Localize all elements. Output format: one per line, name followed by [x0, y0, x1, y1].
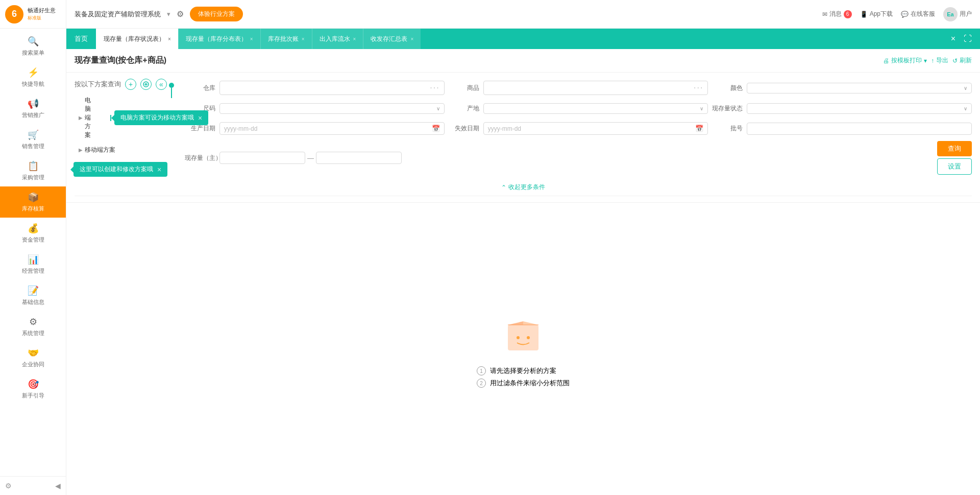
tab-close-btn[interactable]: × [250, 36, 253, 42]
online-service-btn[interactable]: 💬 在线客服 [901, 10, 935, 18]
page-header: 现存量查询(按仓库+商品) 🖨 按模板打印 ▾ ↑ 导出 ↺ 刷新 [66, 49, 980, 73]
empty-box-svg [498, 307, 549, 358]
refresh-btn[interactable]: ↺ 刷新 [952, 56, 972, 65]
header-settings-btn[interactable]: ⚙ [177, 9, 184, 19]
sidebar-item-guide[interactable]: 🎯 新手引导 [0, 373, 66, 405]
color-field: 颜色 ∨ [712, 81, 972, 95]
settings-bottom-btn[interactable]: ⚙ [5, 482, 12, 490]
close-all-tabs-btn[interactable]: × [947, 34, 960, 43]
goods-dots[interactable]: ··· [694, 83, 703, 92]
tooltip2-text: 这里可以创建和修改方案哦 [80, 165, 153, 174]
tab-inventory-dist[interactable]: 现存量（库存分布表） × [178, 29, 260, 49]
size-select[interactable]: ∨ [219, 103, 445, 114]
warehouse-input[interactable]: ··· [219, 81, 445, 95]
tab-inventory-status[interactable]: 现存量（库存状况表） × [96, 29, 178, 49]
service-icon: 💬 [901, 11, 909, 18]
app-download-btn[interactable]: 📱 App下载 [860, 10, 893, 18]
tab-summary[interactable]: 收发存汇总表 × [363, 29, 421, 49]
user-area[interactable]: Ea 用户 [943, 7, 972, 21]
desktop-scheme-item[interactable]: ▶ 电脑端方案 [75, 94, 95, 142]
sidebar-logo: 6 畅通好生意 标准版 [0, 0, 66, 29]
mobile-scheme-arrow: ▶ [79, 147, 83, 153]
sidebar-item-purchase[interactable]: 📋 采购管理 [0, 155, 66, 186]
goods-input[interactable]: ··· [483, 81, 708, 95]
app-download-label: App下载 [870, 10, 893, 18]
print-dropdown-arrow[interactable]: ▾ [924, 57, 927, 64]
sidebar-item-search[interactable]: 🔍 搜索菜单 [0, 31, 66, 62]
sidebar-nav: 🔍 搜索菜单 ⚡ 快捷导航 📢 营销推广 🛒 销售管理 📋 采购管理 📦 库存核… [0, 29, 66, 476]
guide-icon: 🎯 [28, 379, 39, 390]
color-label: 颜色 [712, 84, 743, 92]
notification-btn[interactable]: ✉ 消息 6 [822, 10, 852, 18]
filter-arrow-btn[interactable]: « [156, 79, 167, 90]
prod-date-label: 生产日期 [185, 124, 215, 133]
sidebar-item-management[interactable]: 📊 经营管理 [0, 249, 66, 280]
avatar: Ea [943, 7, 958, 21]
expire-date-calendar-icon[interactable]: 📅 [695, 125, 703, 132]
sidebar-item-finance[interactable]: 💰 资金管理 [0, 218, 66, 249]
warehouse-label: 仓库 [185, 84, 215, 92]
prod-date-calendar-icon[interactable]: 📅 [432, 125, 440, 132]
sidebar-item-inventory[interactable]: 📦 库存核算 [0, 186, 66, 218]
collapse-btn[interactable]: ⌃ 收起更多条件 [501, 183, 545, 192]
prod-date-input[interactable]: yyyy-mm-dd 📅 [219, 122, 445, 135]
tab-inout-flow[interactable]: 出入库流水 × [312, 29, 363, 49]
tab-batch-account[interactable]: 库存批次账 × [260, 29, 312, 49]
tab-close-btn[interactable]: × [302, 36, 305, 42]
filter-top-row: 按以下方案查询 + « [75, 79, 177, 90]
tab-close-btn[interactable]: × [410, 36, 413, 42]
sidebar-item-label: 销售管理 [22, 143, 44, 150]
export-btn[interactable]: ↑ 导出 [931, 56, 948, 65]
sidebar-item-basic[interactable]: 📝 基础信息 [0, 280, 66, 311]
desktop-scheme-arrow: ▶ [79, 115, 83, 121]
online-service-label: 在线客服 [911, 10, 935, 18]
stock-main-to-input[interactable] [316, 152, 402, 164]
sidebar-item-system[interactable]: ⚙ 系统管理 [0, 311, 66, 342]
fullscreen-btn[interactable]: ⛶ [960, 34, 976, 43]
mobile-scheme-item[interactable]: ▶ 移动端方案 [75, 144, 136, 156]
tab-close-btn[interactable]: × [353, 36, 356, 42]
collapse-sidebar-btn[interactable]: ◀ [55, 482, 61, 490]
prod-date-placeholder: yyyy-mm-dd [224, 125, 257, 132]
sidebar-item-collab[interactable]: 🤝 企业协同 [0, 342, 66, 373]
expire-date-input[interactable]: yyyy-mm-dd 📅 [483, 122, 708, 135]
tab-home[interactable]: 首页 [66, 29, 96, 49]
tab-close-btn[interactable]: × [168, 36, 171, 42]
print-btn[interactable]: 🖨 按模板打印 ▾ [883, 56, 927, 65]
batch-input[interactable] [747, 123, 972, 135]
sidebar-item-marketing[interactable]: 📢 营销推广 [0, 93, 66, 124]
sidebar-item-nav[interactable]: ⚡ 快捷导航 [0, 62, 66, 93]
message-icon: ✉ [822, 11, 827, 18]
tooltip2-close-btn[interactable]: × [157, 166, 161, 174]
page-container: 现存量查询(按仓库+商品) 🖨 按模板打印 ▾ ↑ 导出 ↺ 刷新 [66, 49, 980, 495]
stock-main-from-input[interactable] [219, 152, 305, 164]
collapse-bar[interactable]: ⌃ 收起更多条件 [75, 179, 972, 196]
color-select[interactable]: ∨ [747, 83, 972, 93]
sidebar-bottom: ⚙ ◀ [0, 476, 66, 495]
sidebar: 6 畅通好生意 标准版 🔍 搜索菜单 ⚡ 快捷导航 📢 营销推广 🛒 销售管理 … [0, 0, 66, 495]
filter-add-btn[interactable]: + [125, 79, 136, 90]
tab-label: 库存批次账 [268, 35, 299, 43]
goods-label: 商品 [449, 84, 479, 92]
warehouse-dots[interactable]: ··· [430, 83, 439, 92]
header-left: 装备及固定资产辅助管理系统 ▾ ⚙ 体验行业方案 [75, 7, 243, 21]
filter-row-4: 现存量（主） — 查询 设置 [185, 141, 972, 175]
sidebar-item-label: 采购管理 [22, 174, 44, 181]
origin-select[interactable]: ∨ [483, 103, 708, 114]
size-field: 尺码 ∨ [185, 103, 445, 114]
trial-btn[interactable]: 体验行业方案 [190, 7, 243, 21]
notification-label: 消息 [829, 10, 842, 18]
tooltip1-close-btn[interactable]: × [198, 114, 202, 122]
system-dropdown-arrow[interactable]: ▾ [167, 10, 170, 18]
stock-status-select[interactable]: ∨ [747, 103, 972, 114]
reset-btn[interactable]: 设置 [937, 158, 972, 175]
color-dropdown-arrow: ∨ [964, 85, 967, 91]
sidebar-item-sales[interactable]: 🛒 销售管理 [0, 124, 66, 155]
expire-date-label: 失效日期 [449, 124, 479, 133]
tab-label: 收发存汇总表 [371, 35, 407, 43]
tooltip-mobile-scheme: 这里可以创建和修改方案哦 × [74, 162, 167, 177]
search-btn[interactable]: 查询 [937, 141, 972, 156]
filter-copy-btn[interactable] [140, 79, 152, 90]
management-icon: 📊 [28, 254, 39, 265]
filter-row-1: 仓库 ··· 商品 ··· [185, 79, 972, 97]
